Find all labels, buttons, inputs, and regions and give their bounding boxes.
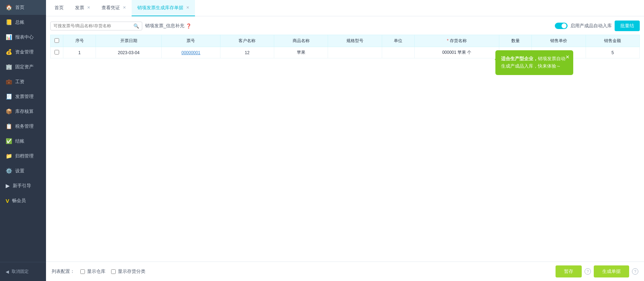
auto-stock-toggle[interactable]: [555, 23, 568, 29]
tax-icon: 📋: [6, 123, 12, 130]
pin-button[interactable]: ◀ 取消固定: [0, 265, 46, 278]
tab-voucher[interactable]: 查看凭证 ✕: [96, 0, 132, 16]
col-invoice-no: 票号: [162, 35, 220, 47]
sidebar-item-label: 固定资产: [15, 64, 34, 70]
archive-icon: 📁: [6, 153, 12, 159]
cell-invoice-no[interactable]: 00000001: [162, 47, 220, 58]
col-unit-price: 销售单价: [532, 35, 586, 47]
tab-voucher-close[interactable]: ✕: [123, 5, 126, 10]
sidebar-item-stock[interactable]: 📦 库存核算: [0, 104, 46, 119]
tab-stock-invoice[interactable]: 销项发票生成库存单据 ✕: [132, 0, 195, 16]
cell-customer: 12: [220, 47, 274, 58]
sidebar-item-guide[interactable]: ▶ 新手引导: [0, 178, 46, 193]
sidebar-item-settle[interactable]: ✅ 结账: [0, 134, 46, 149]
bottom-actions: 暂存 ? 生成单据 ?: [556, 265, 638, 277]
show-category-checkbox[interactable]: [111, 269, 116, 274]
vip-icon: V: [6, 198, 9, 204]
tooltip-close-button[interactable]: ✕: [565, 53, 570, 61]
cell-spec: [328, 47, 382, 58]
sidebar-item-label: 报表中心: [15, 34, 34, 40]
show-warehouse-checkbox[interactable]: [80, 269, 85, 274]
pin-icon: ◀: [6, 269, 9, 274]
col-checkbox: [51, 35, 63, 47]
sidebar-item-label: 设置: [15, 168, 24, 174]
tab-bar: 首页 发票 ✕ 查看凭证 ✕ 销项发票生成库存单据 ✕: [46, 0, 644, 16]
bottom-bar: 列表配置： 显示仓库 显示存货分类 暂存 ? 生成单据 ?: [46, 262, 644, 281]
cell-date: 2023-03-04: [96, 47, 162, 58]
toggle-label: 启用产成品自动入库: [570, 23, 612, 29]
col-customer: 客户名称: [220, 35, 274, 47]
col-goods: 商品名称: [274, 35, 328, 47]
generate-button[interactable]: 生成单据: [594, 265, 629, 277]
tooltip-highlight: 适合生产型企业，: [501, 56, 538, 61]
sidebar-item-fund[interactable]: 💰 资金管理: [0, 45, 46, 59]
col-date: 开票日期: [96, 35, 162, 47]
cell-stock-name: 000001 苹果 个: [415, 47, 499, 58]
col-unit: 单位: [382, 35, 414, 47]
tooltip-popup: ✕ 适合生产型企业，销项发票自动生成产成品入库，快来体验～: [495, 50, 573, 75]
sidebar-item-label: 资金管理: [15, 49, 34, 55]
col-amount: 销售金额: [586, 35, 639, 47]
sidebar-item-settings[interactable]: ⚙️ 设置: [0, 164, 46, 178]
col-seq: 序号: [63, 35, 96, 47]
show-warehouse-label[interactable]: 显示仓库: [80, 268, 105, 275]
invoice-link[interactable]: 00000001: [182, 50, 200, 55]
tab-invoice-close[interactable]: ✕: [87, 5, 90, 10]
tab-stock-invoice-close[interactable]: ✕: [186, 5, 189, 10]
pin-label: 取消固定: [12, 269, 29, 275]
ledger-icon: 📒: [6, 19, 12, 25]
cell-amount: 5: [586, 47, 639, 58]
sidebar-item-invoice[interactable]: 🧾 发票管理: [0, 89, 46, 104]
cell-goods: 苹果: [274, 47, 328, 58]
sidebar-item-label: 工资: [15, 79, 24, 85]
tab-invoice-label: 发票: [75, 5, 84, 11]
save-help-icon[interactable]: ?: [585, 268, 591, 275]
tab-home-label: 首页: [54, 5, 64, 11]
tab-stock-invoice-label: 销项发票生成库存单据: [137, 5, 183, 11]
col-qty: 数量: [499, 35, 531, 47]
cell-checkbox[interactable]: [51, 47, 63, 58]
info-label-text: 销项发票_信息补充: [145, 23, 184, 29]
sidebar-item-home[interactable]: 🏠 首页: [0, 0, 46, 15]
sidebar-item-vip[interactable]: V 畅会员: [0, 193, 46, 208]
show-warehouse-text: 显示仓库: [87, 268, 105, 275]
search-box[interactable]: 🔍: [50, 22, 142, 30]
sidebar-item-label: 畅会员: [12, 197, 26, 204]
generate-help-icon[interactable]: ?: [632, 268, 638, 275]
select-all-checkbox[interactable]: [54, 38, 59, 43]
table-header-row: 序号 开票日期 票号 客户名称 商品名称 规格型号 单位 * 存货名称 数量 销…: [51, 35, 640, 47]
main-area: 首页 发票 ✕ 查看凭证 ✕ 销项发票生成库存单据 ✕ 🔍 销项发票_信息补充 …: [46, 0, 644, 281]
search-input[interactable]: [53, 23, 131, 28]
sidebar-item-tax[interactable]: 📋 税务管理: [0, 119, 46, 134]
row-checkbox[interactable]: [54, 50, 59, 55]
sidebar-item-label: 总账: [15, 19, 24, 25]
sidebar-item-label: 新手引导: [13, 183, 31, 189]
sidebar-item-asset[interactable]: 🏢 固定资产: [0, 59, 46, 74]
sidebar-item-label: 税务管理: [15, 123, 34, 130]
info-help-icon[interactable]: ❓: [186, 23, 191, 29]
sidebar-item-label: 库存核算: [15, 108, 34, 115]
toolbar-row: 🔍 销项发票_信息补充 ❓ 启用产成品自动入库 批量结: [50, 21, 640, 31]
invoice-icon: 🧾: [6, 93, 12, 100]
info-label: 销项发票_信息补充 ❓: [145, 23, 191, 29]
sidebar-item-wage[interactable]: 💼 工资: [0, 74, 46, 89]
tab-home[interactable]: 首页: [49, 0, 69, 16]
sidebar-item-label: 归档管理: [15, 153, 34, 159]
toggle-area: 启用产成品自动入库: [555, 23, 612, 29]
sidebar-item-label: 发票管理: [15, 93, 34, 100]
sidebar-item-label: 首页: [15, 4, 24, 11]
sidebar: 🏠 首页 📒 总账 📊 报表中心 💰 资金管理 🏢 固定资产 💼 工资 🧾 发票…: [0, 0, 46, 281]
sidebar-item-archive[interactable]: 📁 归档管理: [0, 149, 46, 164]
fund-icon: 💰: [6, 49, 12, 55]
show-category-label[interactable]: 显示存货分类: [111, 268, 145, 275]
cell-unit: [382, 47, 414, 58]
report-icon: 📊: [6, 34, 12, 40]
guide-icon: ▶: [6, 183, 10, 189]
batch-button[interactable]: 批量结: [615, 21, 640, 31]
search-icon: 🔍: [133, 23, 139, 29]
save-button[interactable]: 暂存: [556, 265, 582, 277]
sidebar-item-report[interactable]: 📊 报表中心: [0, 30, 46, 45]
sidebar-item-ledger[interactable]: 📒 总账: [0, 15, 46, 30]
home-icon: 🏠: [6, 4, 12, 11]
tab-invoice[interactable]: 发票 ✕: [69, 0, 96, 16]
